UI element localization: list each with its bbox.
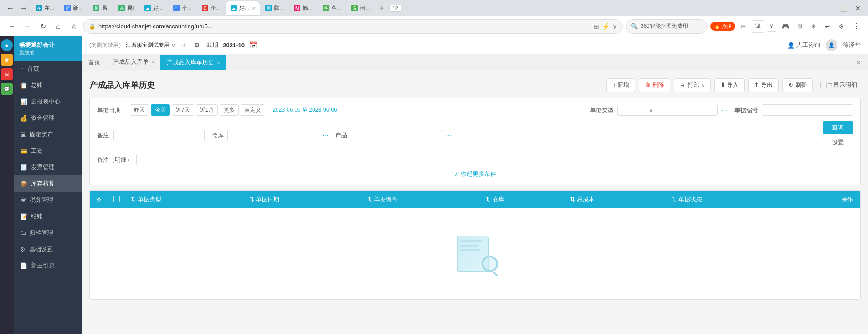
date-btn-custom[interactable]: 自定义	[241, 104, 265, 116]
page-tab-2-close[interactable]: ×	[217, 60, 220, 65]
filter-product-input[interactable]	[351, 130, 442, 141]
filter-note-detail-input[interactable]	[136, 154, 227, 165]
print-dropdown-icon[interactable]: ∨	[701, 82, 705, 88]
nav-item-capital[interactable]: 💰 资金管理	[14, 110, 82, 126]
window-close[interactable]: ✕	[852, 2, 864, 15]
new-tab-button[interactable]: +	[375, 2, 388, 15]
tab-10[interactable]: M 畅...	[289, 1, 317, 15]
window-minimize[interactable]: —	[822, 2, 835, 15]
search-btn[interactable]: 查询	[823, 121, 853, 134]
nav-item-home[interactable]: ⌂ 首页	[14, 61, 82, 77]
grid-tool[interactable]: ⊞	[795, 21, 805, 31]
icon-sidebar-star[interactable]: ★	[1, 54, 13, 66]
toolbar-export-btn[interactable]: ⬆ 导出	[748, 78, 779, 92]
icon-sidebar-mail[interactable]: ✉	[1, 68, 13, 80]
user-service-btn[interactable]: 👤 人工咨询	[787, 41, 820, 49]
date-btn-7days[interactable]: 近7天	[172, 104, 194, 116]
nav-item-report[interactable]: 📊 云报表中心	[14, 93, 82, 110]
tab-8-close[interactable]: ×	[252, 5, 255, 11]
toolbar-import-btn[interactable]: ⬇ 导入	[714, 78, 745, 92]
nav-item-settle[interactable]: 📝 结账	[14, 208, 82, 225]
nav-item-newopen[interactable]: 📄 新王引息	[14, 257, 82, 274]
more-tool[interactable]: ⋮	[850, 20, 863, 32]
th-type[interactable]: ⇅ 单据类型	[125, 191, 244, 208]
nav-refresh-btn[interactable]: ↻	[36, 20, 49, 33]
nav-item-ledger[interactable]: 📋 总账	[14, 77, 82, 93]
address-bar[interactable]: 🔒 https://cloud.chanjet.com/accounting/u…	[83, 19, 623, 34]
nav-item-invoice[interactable]: 🧾 发票管理	[14, 159, 82, 175]
nav-item-inventory[interactable]: 📦 库存核算	[14, 175, 82, 192]
window-restore[interactable]: ⬜	[837, 2, 850, 15]
breadcrumb-home[interactable]: 首页	[82, 55, 107, 70]
collapse-btn[interactable]: ∧ 收起更多条件	[454, 170, 496, 178]
header-checkbox[interactable]	[113, 196, 120, 202]
scissors-tool[interactable]: ✂	[738, 21, 749, 32]
filter-type-select[interactable]: ∨	[617, 105, 718, 116]
toolbar-delete-btn[interactable]: 🗑 删除	[639, 78, 670, 92]
nav-item-basic[interactable]: ⚙ 基础设置	[14, 241, 82, 257]
nav-star-btn[interactable]: ☆	[67, 20, 80, 33]
nav-item-archive[interactable]: 🗂 归档管理	[14, 225, 82, 241]
page-tab-1-close[interactable]: ×	[151, 59, 154, 65]
search-bar[interactable]: 🔍 360智能抠图免费用	[626, 19, 708, 34]
browser-nav-back[interactable]: ←	[4, 2, 16, 15]
th-number[interactable]: ⇅ 单据编号	[362, 191, 481, 208]
settings-tool[interactable]: ⚙	[836, 21, 847, 32]
tab-count-badge[interactable]: 12	[389, 5, 401, 12]
toolbar-show-checkbox[interactable]: □ 显示明细	[817, 79, 861, 92]
filter-product-dots[interactable]: ···	[446, 131, 452, 139]
th-date[interactable]: ⇅ 单据日期	[244, 191, 362, 208]
date-btn-more[interactable]: 更多	[220, 104, 239, 116]
tab-8-active[interactable]: ☁ 好... ×	[226, 1, 260, 15]
icon-sidebar-logo[interactable]: ●	[1, 39, 13, 51]
date-btn-today[interactable]: 今天	[151, 104, 170, 116]
filter-note-input[interactable]	[113, 130, 205, 141]
nav-forward-btn[interactable]: →	[21, 20, 34, 33]
filter-voucher-input[interactable]	[762, 104, 853, 116]
tab-6[interactable]: 个 个...	[169, 1, 196, 15]
theme-tool[interactable]: ☀	[808, 21, 819, 32]
tab-11[interactable]: 各 各...	[318, 1, 346, 15]
filter-type-dots[interactable]: ···	[721, 106, 727, 114]
setting-btn[interactable]: 设置	[823, 136, 853, 149]
company-select[interactable]: (勿删勿禁用） (勿删勿禁用）江西服宝测试专用 江西服宝测试专用 ∨	[89, 41, 175, 49]
filter-warehouse-dots[interactable]: ···	[322, 131, 328, 139]
tab-3[interactable]: 易 易f	[88, 1, 113, 15]
yuan-tool[interactable]: ¥	[767, 21, 776, 32]
page-tab-1[interactable]: 产成品入库单 ×	[107, 54, 160, 71]
nav-item-fixed[interactable]: 🏛 固定资产	[14, 126, 82, 143]
tab-12[interactable]: S 目...	[347, 1, 375, 15]
th-status[interactable]: ⇅ 单据状态	[666, 191, 785, 208]
tab-9[interactable]: 腾 腾...	[261, 1, 288, 15]
game-tool[interactable]: 🎮	[779, 21, 792, 31]
icon-sidebar-msg[interactable]: 💬	[1, 83, 13, 95]
date-btn-1month[interactable]: 近1月	[196, 104, 218, 116]
nav-back-btn[interactable]: ←	[5, 20, 18, 33]
page-tab-2[interactable]: 产成品入库单历史 ×	[160, 55, 226, 70]
toolbar-refresh-btn[interactable]: ↻ 刷新	[782, 78, 813, 92]
tab-1[interactable]: 在 在...	[31, 1, 59, 15]
date-btn-yesterday[interactable]: 昨天	[130, 104, 149, 116]
period-calendar-icon[interactable]: 📅	[249, 41, 257, 49]
toolbar-print-btn[interactable]: 🖨 打印 ∨	[674, 78, 711, 92]
toolbar-add-btn[interactable]: + 新增	[606, 78, 635, 92]
translate-tool[interactable]: 译	[752, 20, 764, 33]
nav-item-tax[interactable]: 🏛 税务管理	[14, 192, 82, 208]
th-warehouse[interactable]: ⇅ 仓库	[480, 191, 565, 208]
header-settings-btn[interactable]: ⚙	[192, 41, 202, 49]
tab-2[interactable]: 新 新...	[60, 1, 87, 15]
nav-home-btn[interactable]: ⌂	[52, 20, 65, 33]
th-check[interactable]	[108, 191, 125, 208]
tab-5[interactable]: ☁ 好...	[140, 1, 168, 15]
user-avatar[interactable]: 👤	[826, 39, 837, 51]
dropdown-icon[interactable]: ∨	[612, 23, 617, 30]
nav-item-salary[interactable]: 💳 工资	[14, 143, 82, 159]
tab-7[interactable]: C 企...	[197, 1, 225, 15]
history-tool[interactable]: ↩	[822, 21, 833, 32]
tab-4[interactable]: 易 易f	[114, 1, 139, 15]
th-settings[interactable]: ⚙	[90, 191, 108, 208]
th-cost[interactable]: ⇅ 总成本	[565, 191, 666, 208]
company-dropdown-icon[interactable]: ∨	[171, 42, 175, 48]
filter-warehouse-input[interactable]	[227, 130, 318, 141]
panel-close-btn[interactable]: ×	[848, 58, 868, 67]
